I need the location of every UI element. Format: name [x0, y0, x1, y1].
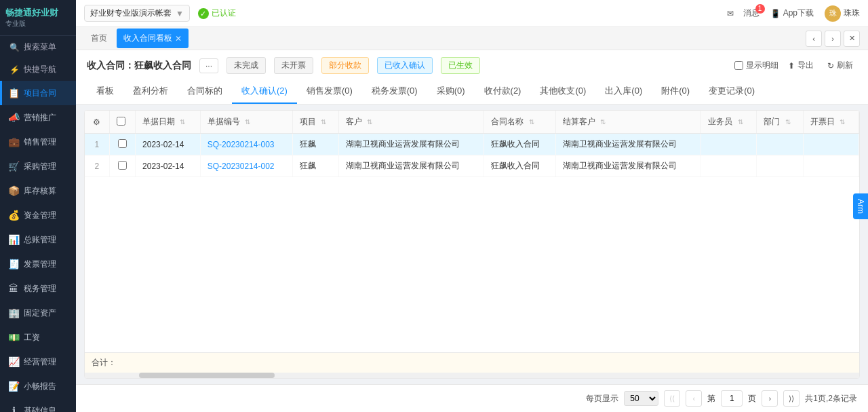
- sidebar-item-purchase[interactable]: 🛒 采购管理: [0, 154, 76, 179]
- sidebar-item-sales[interactable]: 💼 销售管理: [0, 130, 76, 154]
- sidebar-item-finance[interactable]: 💰 资金管理: [0, 203, 76, 227]
- show-detail-checkbox[interactable]: [734, 61, 743, 70]
- pagination-prev-button[interactable]: ‹: [686, 390, 702, 407]
- td-checkbox-2[interactable]: [109, 155, 136, 177]
- message-button[interactable]: ✉ 1 消息: [727, 7, 760, 19]
- th-customer[interactable]: 客户 ⇅: [339, 111, 484, 134]
- tab-income-contract[interactable]: 收入合同看板 ✕: [117, 29, 189, 48]
- page-number-input[interactable]: [721, 390, 743, 407]
- order-link-2[interactable]: SQ-20230214-002: [208, 162, 275, 171]
- th-settle-customer[interactable]: 结算客户 ⇅: [555, 111, 701, 134]
- pagination-bar: 每页显示 20 50 100 ⟨⟨ ‹ 第 页 › ⟩⟩ 共1页,2条记录: [76, 384, 868, 412]
- tab-close-button[interactable]: ✕: [844, 31, 860, 47]
- th-contract-label: 合同名称: [491, 117, 524, 126]
- th-project-label: 项目: [300, 117, 316, 126]
- td-salesman-1: [701, 134, 757, 155]
- th-department[interactable]: 部门 ⇅: [757, 111, 803, 134]
- show-detail-toggle[interactable]: 显示明细: [734, 60, 778, 71]
- sub-tab-tax-invoice[interactable]: 税务发票(0): [362, 79, 427, 104]
- sidebar-item-invoice[interactable]: 🧾 发票管理: [0, 252, 76, 276]
- scrollbar-thumb[interactable]: [139, 373, 275, 378]
- row-checkbox-2[interactable]: [118, 161, 127, 170]
- sidebar-ledger-label: 总账管理: [24, 234, 56, 246]
- right-float-button[interactable]: Arm: [853, 193, 868, 219]
- app-download-button[interactable]: 📱 App下载: [770, 7, 814, 19]
- sub-tab-income-confirm[interactable]: 收入确认(2): [232, 79, 297, 104]
- td-dept-1: [757, 134, 803, 155]
- pagination-last-button[interactable]: ⟩⟩: [783, 390, 800, 407]
- td-index-2: 2: [85, 155, 109, 177]
- more-button[interactable]: ···: [199, 58, 218, 73]
- sub-tab-payment[interactable]: 收付款(2): [475, 79, 531, 104]
- status-uninvoiced[interactable]: 未开票: [274, 57, 313, 74]
- sidebar-item-report[interactable]: 📝 小畅报告: [0, 374, 76, 398]
- th-checkbox[interactable]: [109, 111, 136, 134]
- th-dept-label: 部门: [764, 117, 780, 126]
- th-date[interactable]: 单据日期 ⇅: [136, 111, 201, 134]
- sub-tab-other-income[interactable]: 其他收支(0): [530, 79, 595, 104]
- user-menu[interactable]: 珠 珠珠: [825, 5, 860, 22]
- sub-tab-contract-subject[interactable]: 合同标的: [178, 79, 232, 104]
- trending-icon: 📈: [7, 356, 20, 368]
- status-confirmed[interactable]: 已收入确认: [377, 57, 433, 74]
- th-invoice-date[interactable]: 开票日 ⇅: [803, 111, 859, 134]
- tab-next-button[interactable]: ›: [825, 31, 841, 47]
- sidebar-item-inventory[interactable]: 📦 库存核算: [0, 179, 76, 203]
- sub-tab-sales-invoice[interactable]: 销售发票(0): [297, 79, 362, 104]
- company-selector[interactable]: 好业财专业版演示帐套 ▼: [84, 5, 190, 22]
- tab-home-label: 首页: [91, 33, 107, 43]
- td-settle-2: 湖南卫视商业运营发展有限公司: [555, 155, 701, 177]
- sidebar-item-salary[interactable]: 💵 工资: [0, 325, 76, 350]
- th-order-no[interactable]: 单据编号 ⇅: [200, 111, 292, 134]
- table-row[interactable]: 1 2023-02-14 SQ-20230214-003 狂飙 湖南卫视商业运营…: [85, 134, 859, 155]
- td-order-1: SQ-20230214-003: [200, 134, 292, 155]
- pagination-first-button[interactable]: ⟨⟨: [664, 390, 680, 407]
- td-contract-1: 狂飙收入合同: [484, 134, 556, 155]
- sub-tab-change-log[interactable]: 变更记录(0): [699, 79, 764, 104]
- status-uncomplete[interactable]: 未完成: [226, 57, 266, 74]
- row-checkbox-1[interactable]: [118, 139, 127, 148]
- th-settings[interactable]: ⚙: [85, 111, 109, 134]
- megaphone-icon: 📣: [7, 111, 20, 124]
- tab-prev-button[interactable]: ‹: [806, 31, 822, 47]
- close-tab-icon[interactable]: ✕: [175, 34, 182, 43]
- status-partial-receipt[interactable]: 部分收款: [321, 57, 369, 74]
- sidebar-item-project-contract[interactable]: 📋 项目合同: [0, 81, 76, 105]
- tab-home[interactable]: 首页: [84, 29, 114, 48]
- sidebar-item-basic-info[interactable]: ℹ 基础信息: [0, 398, 76, 412]
- avatar: 珠: [825, 5, 841, 22]
- table-row[interactable]: 2 2023-02-14 SQ-20230214-002 狂飙 湖南卫视商业运营…: [85, 155, 859, 177]
- right-float-label: Arm: [856, 199, 865, 214]
- status-effective[interactable]: 已生效: [441, 57, 480, 74]
- sidebar-item-operations[interactable]: 📈 经营管理: [0, 350, 76, 374]
- sidebar-item-ledger[interactable]: 📊 总账管理: [0, 227, 76, 252]
- horizontal-scrollbar[interactable]: [85, 373, 859, 378]
- sidebar-item-search[interactable]: 🔍 搜索菜单: [0, 36, 76, 58]
- sidebar-item-fixed-assets[interactable]: 🏢 固定资产: [0, 301, 76, 325]
- th-salesman[interactable]: 业务员 ⇅: [701, 111, 757, 134]
- sub-tab-board[interactable]: 看板: [87, 79, 123, 104]
- refresh-button[interactable]: ↻ 刷新: [823, 58, 857, 73]
- sub-tab-warehouse[interactable]: 出入库(0): [595, 79, 652, 104]
- app-logo-text: 畅捷通好业财: [5, 7, 71, 19]
- info-icon: ℹ: [7, 405, 20, 412]
- export-button[interactable]: ⬆ 导出: [784, 58, 818, 73]
- order-link-1[interactable]: SQ-20230214-003: [208, 140, 275, 149]
- th-contract-name[interactable]: 合同名称 ⇅: [484, 111, 556, 134]
- page-size-select[interactable]: 20 50 100: [624, 391, 658, 406]
- select-all-checkbox[interactable]: [117, 117, 125, 126]
- pagination-info: 共1页,2条记录: [805, 393, 857, 405]
- sidebar-project-label: 项目合同: [24, 88, 56, 99]
- td-checkbox-1[interactable]: [109, 134, 136, 155]
- pagination-next-button[interactable]: ›: [762, 390, 778, 407]
- sidebar-item-quick-nav[interactable]: ⚡ 快捷导航: [0, 58, 76, 81]
- sub-tab-attachments[interactable]: 附件(0): [652, 79, 699, 104]
- cart-icon: 🛒: [7, 160, 20, 172]
- th-project[interactable]: 项目 ⇅: [292, 111, 338, 134]
- sidebar-item-marketing[interactable]: 📣 营销推广: [0, 105, 76, 130]
- sub-tab-profit[interactable]: 盈利分析: [123, 79, 178, 104]
- topbar-left: 好业财专业版演示帐套 ▼ 已认证: [84, 5, 727, 22]
- sidebar-marketing-label: 营销推广: [24, 112, 56, 124]
- sidebar-item-tax[interactable]: 🏛 税务管理: [0, 276, 76, 301]
- sub-tab-purchase[interactable]: 采购(0): [427, 79, 475, 104]
